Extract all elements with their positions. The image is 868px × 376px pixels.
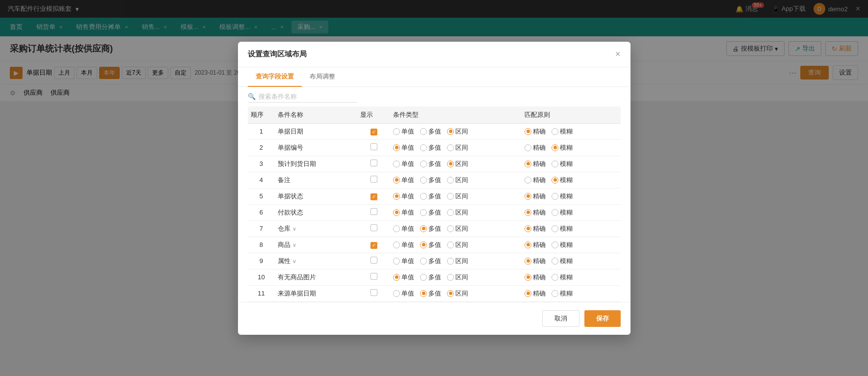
modal-search-area: 🔍 xyxy=(238,87,631,102)
modal-dialog: 设置查询区域布局 × 查询字段设置 布局调整 🔍 顺序 条件名称 显示 xyxy=(238,42,631,102)
modal-tabs: 查询字段设置 布局调整 xyxy=(238,67,631,87)
search-icon: 🔍 xyxy=(248,93,256,100)
modal-overlay: 设置查询区域布局 × 查询字段设置 布局调整 🔍 顺序 条件名称 显示 xyxy=(0,0,868,102)
modal-tab-layout[interactable]: 布局调整 xyxy=(302,67,343,87)
search-input-wrap: 🔍 xyxy=(248,93,357,102)
modal-tab-fields[interactable]: 查询字段设置 xyxy=(248,67,302,87)
modal-title: 设置查询区域布局 xyxy=(248,50,307,59)
modal-header: 设置查询区域布局 × xyxy=(238,42,631,67)
modal-close-btn[interactable]: × xyxy=(615,50,621,58)
condition-search-input[interactable] xyxy=(259,93,357,100)
